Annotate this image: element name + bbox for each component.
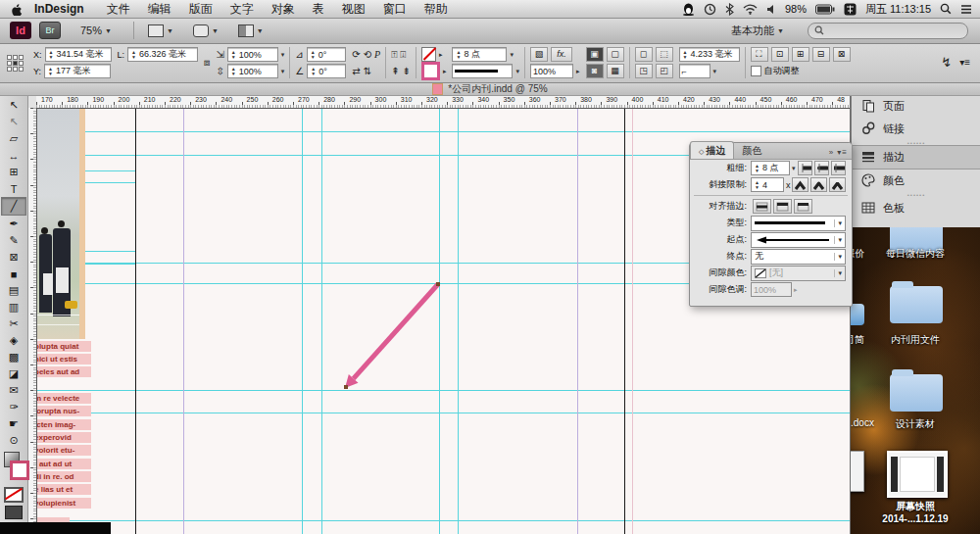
selection-tool[interactable]: ↖ — [2, 97, 25, 114]
folder-icon[interactable] — [890, 286, 943, 323]
autofit-checkbox[interactable] — [751, 66, 761, 76]
shear-angle-field[interactable]: ▲▼0° — [307, 64, 346, 78]
wrap-jump-button[interactable]: ◰ — [656, 64, 673, 78]
dock-item-色板[interactable]: 色板 — [852, 197, 980, 219]
fill-swatch-none[interactable] — [421, 47, 436, 62]
direct-selection-tool[interactable]: ↖ — [2, 114, 25, 130]
wifi-icon[interactable] — [743, 4, 758, 15]
menubar-app-name[interactable]: InDesign — [34, 2, 84, 16]
constrain-proportions-icon[interactable]: ⧈ — [204, 57, 210, 69]
screenshot-label[interactable]: 屏幕快照 — [851, 500, 980, 513]
partial-document-thumbnail[interactable] — [851, 451, 864, 492]
view-options-dropdown[interactable]: ▼ — [142, 23, 179, 39]
blend-mode-icon[interactable]: ◙ — [586, 64, 604, 78]
partial-desktop-label[interactable]: .docx — [851, 417, 874, 428]
length-field[interactable]: ▲▼66.326 毫米 — [127, 47, 198, 62]
arrange-documents-dropdown[interactable]: ▼ — [232, 23, 270, 39]
align-center-button[interactable] — [753, 199, 771, 214]
tab-stroke[interactable]: ◇ 描边 — [690, 141, 734, 159]
lightning-icon[interactable]: ↯ — [941, 57, 952, 69]
search-input[interactable] — [808, 23, 968, 39]
gap-tool[interactable]: ↔ — [2, 147, 25, 164]
zoom-tool[interactable]: ⊙ — [2, 432, 25, 449]
dock-item-颜色[interactable]: 颜色 — [852, 170, 980, 192]
notification-center-icon[interactable] — [960, 4, 972, 15]
gradient-tool[interactable]: ▩ — [2, 349, 25, 365]
rotate-ccw-button[interactable]: ⟲ — [364, 49, 371, 61]
drop-shadow-icon[interactable]: ▦ — [607, 64, 624, 78]
reference-point-proxy[interactable] — [3, 55, 27, 72]
fit-proportional-button[interactable]: ⊟ — [812, 47, 830, 62]
note-tool[interactable]: ✉ — [2, 382, 25, 399]
select-next-button[interactable]: ⇟ — [403, 66, 411, 77]
volume-icon[interactable] — [766, 4, 776, 15]
join-miter-button[interactable] — [792, 177, 808, 192]
select-content-button[interactable]: ⍗ — [400, 49, 406, 61]
scissors-tool[interactable]: ✂ — [2, 316, 25, 332]
gap-color-dropdown[interactable]: [无]▾ — [751, 266, 846, 281]
menubar-menu-item[interactable]: 视图 — [333, 0, 374, 18]
miter-limit-field[interactable]: ▲▼4 — [751, 177, 784, 192]
gap-tint-field[interactable]: 100% — [751, 282, 792, 297]
screen-mode-dropdown[interactable]: ▼ — [187, 23, 224, 39]
screen-mode-button[interactable] — [5, 506, 23, 519]
folder-label[interactable]: 内刊用文件 — [851, 333, 980, 347]
y-position-field[interactable]: ▲▼177 毫米 — [44, 64, 111, 78]
tab-color[interactable]: 颜色 — [734, 142, 769, 159]
stroke-proxy-swatch[interactable] — [10, 461, 29, 480]
align-inside-button[interactable] — [773, 199, 792, 214]
content-collector-tool[interactable]: ⊞ — [2, 164, 25, 180]
collapse-panel-icon[interactable]: » — [829, 148, 834, 157]
pencil-tool[interactable]: ✎ — [2, 232, 25, 249]
effects-button[interactable]: fx. — [551, 47, 572, 62]
screenshot-label[interactable]: 2014-...1.12.19 — [851, 513, 980, 524]
horizontal-grid-tool[interactable]: ▤ — [2, 282, 25, 299]
hand-tool[interactable]: ☛ — [2, 415, 25, 432]
fit-content-button[interactable]: ⛶ — [751, 47, 768, 62]
stroke-weight-field[interactable]: ▲▼8 点 — [452, 47, 507, 62]
stroke-weight-field[interactable]: ▲▼8 点 — [751, 161, 790, 175]
screenshot-thumbnail[interactable] — [887, 451, 948, 498]
flip-horizontal-button[interactable]: ⇄ — [352, 66, 360, 77]
end-arrowhead-dropdown[interactable]: 无▾ — [751, 249, 846, 265]
join-round-button[interactable] — [810, 177, 827, 192]
zoom-level-dropdown[interactable]: 75%▼ — [74, 23, 118, 38]
menubar-menu-item[interactable]: 版面 — [180, 0, 221, 18]
rotation-angle-field[interactable]: ▲▼0° — [307, 47, 346, 62]
input-method-icon[interactable] — [844, 3, 857, 16]
wrap-offset-field[interactable]: ▲▼4.233 毫米 — [679, 47, 740, 62]
partial-desktop-label[interactable]: 报价 — [851, 247, 864, 261]
apple-menu-icon[interactable] — [10, 3, 23, 16]
menubar-menu-item[interactable]: 帮助 — [416, 0, 457, 18]
gradient-feather-tool[interactable]: ◪ — [2, 365, 25, 382]
select-container-button[interactable]: ⍐ — [391, 49, 397, 61]
cap-round-button[interactable] — [814, 161, 829, 175]
menubar-menu-item[interactable]: 编辑 — [139, 0, 180, 18]
stroke-type-dropdown[interactable]: ▾ — [751, 216, 846, 231]
join-bevel-button[interactable] — [829, 177, 846, 192]
menubar-clock[interactable]: 周五 11:13:15 — [865, 2, 931, 17]
dock-item-链接[interactable]: 链接 — [852, 118, 980, 140]
cap-butt-button[interactable] — [798, 161, 812, 175]
folder-icon[interactable] — [890, 374, 943, 412]
corner-options-dropdown[interactable]: ⌐ — [679, 64, 710, 78]
vertical-grid-tool[interactable]: ▥ — [2, 299, 25, 316]
horizontal-ruler[interactable]: 1701801902002102202302402502602702802903… — [36, 95, 851, 109]
opacity-field[interactable]: 100% — [530, 64, 573, 78]
fill-proportional-button[interactable]: ⊠ — [833, 47, 851, 62]
flip-vertical-button[interactable]: ⇅ — [364, 66, 371, 77]
rectangle-tool[interactable]: ■ — [2, 266, 25, 282]
menubar-menu-item[interactable]: 文件 — [98, 0, 139, 18]
rectangle-frame-tool[interactable]: ⊠ — [2, 249, 25, 266]
start-arrowhead-dropdown[interactable]: ▾ — [751, 232, 846, 248]
menubar-menu-item[interactable]: 文字 — [221, 0, 263, 18]
panel-menu-icon[interactable]: ▾≡ — [959, 57, 970, 69]
fill-stroke-proxy[interactable] — [2, 452, 25, 485]
partial-desktop-label[interactable]: 司简 — [851, 333, 864, 347]
bluetooth-icon[interactable] — [725, 3, 734, 16]
align-outside-button[interactable] — [794, 199, 812, 214]
menubar-menu-item[interactable]: 对象 — [263, 0, 304, 18]
center-content-button[interactable]: ⊞ — [792, 47, 809, 62]
page-tool[interactable]: ▱ — [2, 130, 25, 147]
type-tool[interactable]: T — [2, 180, 25, 197]
